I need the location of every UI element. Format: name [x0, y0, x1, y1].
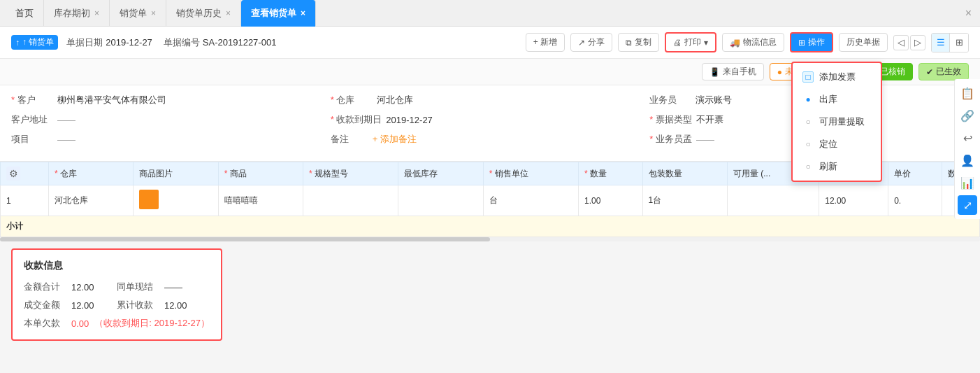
row-product: 嘻嘻嘻嘻	[218, 185, 303, 216]
from-phone-button[interactable]: 📱 来自手机	[702, 63, 764, 80]
view-toggle: ☰ ⊞	[931, 33, 969, 52]
locate-label: 定位	[819, 138, 837, 150]
tab-close-sales[interactable]: ×	[151, 8, 156, 18]
payment-section: 收款信息 金额合计 12.00 同单现结 —— 成交金额 12.00 累计收款 …	[11, 248, 222, 341]
total-label: 金额合计	[24, 281, 66, 293]
right-sidebar: 📋 🔗 ↩ 👤 📊 ⤢	[954, 79, 980, 219]
row-product-img	[134, 185, 218, 216]
row-price: 0.	[888, 185, 942, 216]
salesperson2-label: 业务员孟	[649, 133, 692, 146]
tab-sales-history[interactable]: 销货单历史 ×	[166, 0, 241, 27]
grid-view-button[interactable]: ⊞	[950, 34, 968, 52]
cumulative-label: 累计收款	[117, 299, 159, 311]
cumulative-row: 累计收款 12.00	[117, 299, 210, 311]
salesperson-label: 业务员	[649, 94, 691, 106]
tab-close-sales-history[interactable]: ×	[226, 8, 231, 18]
row-available	[727, 185, 819, 216]
tab-home[interactable]: 首页	[6, 0, 44, 27]
row-unit: 台	[483, 185, 578, 216]
window-close-button[interactable]: ×	[965, 7, 972, 20]
deal-value: 12.00	[71, 300, 94, 311]
sidebar-link-icon[interactable]: 🔗	[958, 106, 977, 125]
col-warehouse: 仓库	[49, 162, 134, 185]
tab-bar: 首页 库存期初 × 销货单 × 销货单历史 × 查看销货单 × ×	[0, 0, 980, 27]
add-invoice-label: 添加发票	[819, 71, 856, 83]
tab-sales[interactable]: 销货单 ×	[110, 0, 166, 27]
project-label: 项目	[11, 133, 53, 146]
tab-close-view-sales[interactable]: ×	[301, 8, 305, 18]
tab-view-sales[interactable]: 查看销货单 ×	[241, 0, 316, 27]
table-row: 1 河北仓库 嘻嘻嘻嘻 台 1.00 1台 12.00 0.	[1, 185, 980, 216]
total-row: 金额合计 12.00	[24, 281, 117, 293]
doc-date-label: 单据日期 2019-12-27	[66, 36, 152, 49]
add-note-button[interactable]: + 添加备注	[373, 133, 417, 146]
effective-button[interactable]: ✔ 已生效	[918, 63, 969, 80]
settings-icon[interactable]: ⚙	[6, 167, 20, 181]
product-image	[139, 190, 159, 209]
doc-type-label: ↑ 销货单	[22, 36, 54, 48]
doc-header: ↑ ↑ 销货单 单据日期 2019-12-27 单据编号 SA-20191227…	[0, 27, 980, 59]
col-unit: 销售单位	[483, 162, 578, 185]
row-index: 1	[1, 185, 49, 216]
add-invoice-item[interactable]: □ 添加发票	[793, 66, 881, 88]
logistics-button[interactable]: 🚚 物流信息	[722, 33, 784, 52]
deal-label: 成交金额	[24, 299, 66, 311]
prev-button[interactable]: ◁	[893, 35, 909, 50]
operations-button[interactable]: ⊞ 操作	[790, 32, 833, 52]
note-label: 备注	[331, 133, 373, 146]
refresh-icon: ○	[802, 161, 814, 172]
tab-close-inventory[interactable]: ×	[94, 8, 99, 18]
available-qty-item[interactable]: ○ 可用量提取	[793, 111, 881, 133]
tab-inventory[interactable]: 库存期初 ×	[44, 0, 110, 27]
print-dropdown-icon: ▾	[704, 38, 708, 48]
sidebar-chart-icon[interactable]: 📊	[958, 173, 977, 192]
address-value: ——	[57, 115, 75, 125]
same-order-label: 同单现结	[117, 281, 159, 293]
sidebar-expand-icon[interactable]: ⤢	[958, 195, 977, 215]
list-view-button[interactable]: ☰	[932, 34, 950, 52]
copy-button[interactable]: ⧉ 复制	[618, 33, 659, 52]
col-settings: ⚙	[1, 162, 49, 185]
effective-icon: ✔	[926, 67, 933, 77]
outbound-item[interactable]: ● 出库	[793, 88, 881, 111]
col-pack-qty: 包装数量	[642, 162, 727, 185]
invoice-icon: □	[802, 71, 814, 83]
row-warehouse: 河北仓库	[49, 185, 134, 216]
share-button[interactable]: ↗ 分享	[570, 33, 612, 52]
sidebar-user-icon[interactable]: 👤	[958, 150, 977, 170]
warehouse-field: 仓库 河北仓库	[331, 94, 650, 106]
operations-dropdown: □ 添加发票 ● 出库 ○ 可用量提取 ○ 定位 ○ 刷新	[791, 62, 882, 182]
col-qty: 数量	[579, 162, 643, 185]
doc-type-badge: ↑ ↑ 销货单	[11, 35, 58, 50]
total-value: 12.00	[71, 282, 94, 293]
project-value: ——	[57, 134, 75, 145]
address-field: 客户地址 ——	[11, 113, 331, 126]
col-product-img: 商品图片	[134, 162, 218, 185]
copy-icon: ⧉	[626, 38, 632, 48]
doc-type-icon: ↑	[15, 38, 20, 48]
next-button[interactable]: ▷	[910, 35, 925, 50]
available-qty-icon: ○	[802, 116, 814, 127]
doc-meta: 单据日期 2019-12-27 单据编号 SA-20191227-001	[66, 36, 276, 49]
history-button[interactable]: 历史单据	[839, 33, 888, 52]
deal-row: 成交金额 12.00	[24, 299, 117, 311]
refresh-label: 刷新	[819, 160, 837, 173]
share-icon: ↗	[578, 38, 585, 48]
subtotal-label: 小计	[1, 216, 980, 237]
sidebar-copy-icon[interactable]: 📋	[958, 83, 977, 103]
note-field: 备注 + 添加备注	[331, 133, 650, 146]
refresh-item[interactable]: ○ 刷新	[793, 155, 881, 178]
row-stock: 12.00	[819, 185, 888, 216]
salesperson-value: 演示账号	[696, 94, 732, 106]
new-button[interactable]: + 新增	[526, 33, 565, 52]
address-label: 客户地址	[11, 113, 53, 126]
owed-label: 本单欠款	[24, 317, 66, 330]
doc-header-left: ↑ ↑ 销货单 单据日期 2019-12-27 单据编号 SA-20191227…	[11, 35, 276, 50]
row-spec	[303, 185, 398, 216]
ticket-icon: ●	[777, 67, 782, 77]
ticket-type-label: 票据类型	[649, 113, 692, 126]
sidebar-return-icon[interactable]: ↩	[958, 128, 977, 148]
same-order-value: ——	[164, 282, 182, 293]
print-button[interactable]: 🖨 打印 ▾	[665, 32, 716, 52]
locate-item[interactable]: ○ 定位	[793, 133, 881, 155]
